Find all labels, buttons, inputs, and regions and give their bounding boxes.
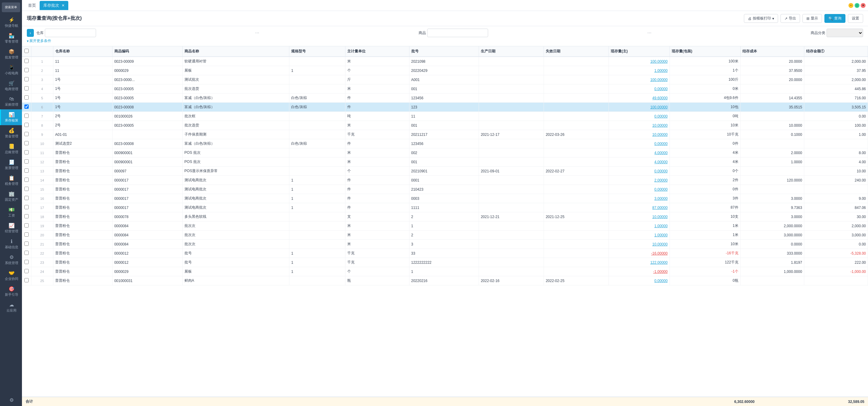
display-button[interactable]: ⊞ 显示 — [802, 14, 822, 23]
row-qty-main[interactable]: 87.00000 — [609, 203, 670, 212]
row-checkbox[interactable] — [22, 231, 31, 240]
row-qty-main[interactable]: 1.00000 — [609, 66, 670, 75]
row-checkbox[interactable] — [22, 167, 31, 176]
row-qty-main[interactable]: 10.00000 — [609, 121, 670, 130]
row-unit-cost: 1,000.0000 — [740, 267, 804, 276]
row-checkbox[interactable] — [22, 112, 31, 121]
row-qty-main[interactable]: 0.00000 — [609, 139, 670, 148]
sidebar-item-batch[interactable]: 📦 批发管理 — [0, 46, 22, 62]
row-checkbox[interactable] — [22, 176, 31, 185]
category-select[interactable] — [827, 29, 863, 37]
row-batch: 1 — [409, 222, 479, 231]
sidebar-item-sales[interactable]: 🏪 零售管理 — [0, 30, 22, 46]
sidebar-item-tax[interactable]: 📋 税务管理 — [0, 173, 22, 189]
sidebar-item-fixed[interactable]: 🏢 固定资产 — [0, 189, 22, 204]
tab-close-icon[interactable]: ✕ — [62, 3, 65, 8]
sidebar-item-mini[interactable]: 📱 小程电商 — [0, 62, 22, 78]
sidebar-item-system[interactable]: ⚙ 系统管理 — [0, 252, 22, 268]
warehouse-input[interactable] — [45, 29, 96, 37]
row-checkbox[interactable] — [22, 267, 31, 276]
row-checkbox[interactable] — [22, 158, 31, 167]
row-checkbox[interactable] — [22, 121, 31, 130]
row-name: 多头黑色软线 — [182, 212, 289, 222]
row-checkbox[interactable] — [22, 185, 31, 194]
row-checkbox[interactable] — [22, 258, 31, 267]
sidebar-item-label: 库存核算 — [5, 118, 18, 123]
row-qty-main[interactable]: 0.00000 — [609, 84, 670, 94]
sidebar-item-quick-nav[interactable]: ⚡ 快捷导航 — [0, 14, 22, 30]
row-qty-main[interactable]: 100.00000 — [609, 57, 670, 66]
sidebar-item-settings[interactable]: ⚙ — [0, 395, 22, 406]
row-qty-main[interactable]: 4.00000 — [609, 148, 670, 158]
row-qty-main[interactable]: 100.00000 — [609, 103, 670, 112]
window-maximize-button[interactable]: □ — [855, 3, 860, 8]
print-button[interactable]: 🖨 按模板打印 ▾ — [744, 14, 778, 23]
row-checkbox[interactable] — [22, 130, 31, 139]
tab-home[interactable]: 首页 — [24, 1, 40, 10]
row-checkbox[interactable] — [22, 249, 31, 258]
product-input[interactable] — [427, 29, 488, 37]
window-close-button[interactable]: ✕ — [861, 3, 866, 8]
sidebar-item-purchase[interactable]: 🛍 采购管理 — [0, 94, 22, 109]
sidebar-item-general[interactable]: 📒 总账管理 — [0, 141, 22, 157]
sidebar-item-collab[interactable]: 🤝 企业协同 — [0, 268, 22, 283]
tab-inventory-batch[interactable]: 库存批次 ✕ — [40, 1, 68, 10]
row-qty-main[interactable]: 2.00000 — [609, 176, 670, 185]
search-button[interactable]: 🔍 查询 — [825, 14, 845, 23]
row-checkbox[interactable] — [22, 75, 31, 84]
row-batch: 123456 — [409, 94, 479, 103]
page-title: 现存量查询(按仓库+批次) — [27, 15, 82, 22]
row-qty-main[interactable]: 1.00000 — [609, 231, 670, 240]
row-qty-main[interactable]: 1.00000 — [609, 222, 670, 231]
row-checkbox[interactable] — [22, 194, 31, 203]
sidebar-item-ecom[interactable]: 🛒 电商管理 — [0, 78, 22, 94]
row-checkbox[interactable] — [22, 57, 31, 66]
row-checkbox[interactable] — [22, 203, 31, 212]
row-qty-main[interactable]: 10.00000 — [609, 130, 670, 139]
filter-expand-btn[interactable]: › — [27, 29, 34, 37]
sidebar-item-ops[interactable]: 📈 经营管理 — [0, 220, 22, 236]
sidebar-item-guide[interactable]: 🎯 新手引导 — [0, 283, 22, 299]
row-qty-main[interactable]: 10.00000 — [609, 240, 670, 249]
sidebar-logo[interactable]: 搜索菜单 — [2, 2, 20, 12]
row-unit: 米 — [345, 231, 409, 240]
sidebar-item-basic[interactable]: ℹ 基础信息 — [0, 236, 22, 252]
sidebar-item-finance[interactable]: 💰 资金管理 — [0, 125, 22, 141]
row-qty-main[interactable]: 0.00000 — [609, 112, 670, 121]
row-qty-main[interactable]: 3.00000 — [609, 194, 670, 203]
export-button[interactable]: ↗ 导出 — [780, 14, 800, 23]
row-qty-main[interactable]: 4.00000 — [609, 158, 670, 167]
row-qty-main[interactable]: 122.00000 — [609, 258, 670, 267]
settings-page-button[interactable]: 设置 — [848, 14, 863, 23]
quick-nav-icon: ⚡ — [8, 17, 14, 23]
row-checkbox[interactable] — [22, 148, 31, 158]
row-checkbox[interactable] — [22, 139, 31, 148]
sidebar-item-invoice[interactable]: 🧾 发票管理 — [0, 157, 22, 173]
row-qty-main[interactable]: 0.00000 — [609, 185, 670, 194]
expand-conditions-btn[interactable]: ▾ 展开更多条件 — [27, 38, 863, 43]
sidebar-item-inventory[interactable]: 📊 库存核算 — [0, 109, 22, 125]
row-checkbox[interactable] — [22, 222, 31, 231]
row-checkbox[interactable] — [22, 240, 31, 249]
row-qty-main[interactable]: 49.60000 — [609, 94, 670, 103]
row-spec — [289, 167, 345, 176]
row-qty-main[interactable]: 10.00000 — [609, 212, 670, 222]
row-checkbox[interactable] — [22, 276, 31, 285]
table-container[interactable]: 仓库名称 商品编码 商品名称 规格型号 主计量单位 批号 生产日期 失效日期 现… — [22, 46, 868, 397]
row-checkbox[interactable] — [22, 66, 31, 75]
select-all-checkbox[interactable] — [24, 49, 29, 53]
sidebar-item-cloud[interactable]: ☁ 云应用 — [0, 299, 22, 315]
window-minimize-button[interactable]: − — [848, 3, 854, 8]
sidebar-item-payroll[interactable]: 💵 工资 — [0, 204, 22, 220]
row-qty-main[interactable]: 0.00000 — [609, 276, 670, 285]
row-checkbox[interactable] — [22, 84, 31, 94]
row-code: 0000017 — [112, 176, 182, 185]
row-checkbox[interactable] — [22, 94, 31, 103]
row-qty-main[interactable]: 0.00000 — [609, 167, 670, 176]
row-checkbox[interactable] — [22, 212, 31, 222]
row-checkbox[interactable] — [22, 103, 31, 112]
row-qty-main[interactable]: 100.00000 — [609, 75, 670, 84]
row-batch: 1 — [409, 267, 479, 276]
row-qty-main[interactable]: -1.00000 — [609, 267, 670, 276]
row-qty-main[interactable]: -16.00000 — [609, 249, 670, 258]
